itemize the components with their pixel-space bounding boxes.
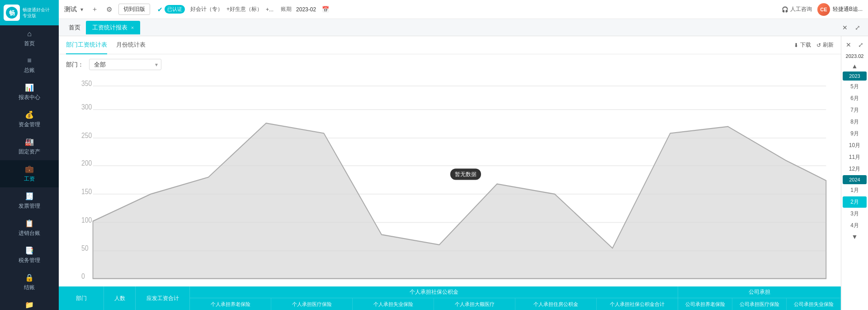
ledger-icon: ≡ xyxy=(27,57,31,65)
sidebar-item-label: 进销台账 xyxy=(19,229,40,237)
svg-text:350: 350 xyxy=(81,79,92,87)
sidebar-item-archive[interactable]: 📁 归档管理 xyxy=(0,296,59,310)
sidebar-item-reports[interactable]: 📊 报表中心 xyxy=(0,79,59,106)
department-select-wrap: 全部 ▾ xyxy=(89,59,161,70)
table-col-unemployment: 个人承担失业保险 xyxy=(353,298,434,310)
table-col-company-unemployment: 公司承担失业保险 xyxy=(787,298,840,310)
table-col-total-salary: 应发工资合计 xyxy=(136,286,190,310)
svg-text:100: 100 xyxy=(81,216,92,224)
sidebar-item-assets[interactable]: 🏭 固定资产 xyxy=(0,133,59,160)
project-name: 测试 xyxy=(64,5,77,14)
sidebar-logo: 畅 畅捷通好会计 专业版 xyxy=(0,0,59,25)
month-item-12[interactable]: 12月 xyxy=(843,163,867,175)
download-icon: ⬇ xyxy=(794,42,798,48)
topbar-actions: ＋ ⚙ xyxy=(89,4,115,15)
sub-tab-monthly[interactable]: 月份统计表 xyxy=(116,36,146,54)
window-close-btn[interactable]: ✕ xyxy=(840,23,850,33)
sidebar-item-close[interactable]: 🔒 结账 xyxy=(0,269,59,296)
table-col-department: 部门 xyxy=(59,286,104,310)
sidebar-item-salary[interactable]: 💼 工资 xyxy=(0,160,59,187)
date-nav-down-btn[interactable]: ▼ xyxy=(850,231,860,242)
table-col-medical: 个人承担医疗保险 xyxy=(271,298,353,310)
calendar-btn[interactable]: 📅 xyxy=(320,4,331,15)
period-value: 2023-02 xyxy=(296,6,316,13)
project-dropdown-btn[interactable]: ▾ xyxy=(80,6,83,13)
refresh-icon: ↺ xyxy=(816,42,821,48)
tab-home[interactable]: 首页 xyxy=(64,21,85,34)
month-item-11[interactable]: 11月 xyxy=(843,152,867,163)
svg-text:150: 150 xyxy=(81,187,92,196)
month-item-5[interactable]: 5月 xyxy=(843,81,867,92)
sub-tab-department[interactable]: 部门工资统计表 xyxy=(66,36,107,54)
sidebar-item-label: 资金管理 xyxy=(19,121,40,129)
sub-tabs-left: 部门工资统计表 月份统计表 xyxy=(66,36,146,54)
settings-btn[interactable]: ⚙ xyxy=(103,4,115,15)
department-label: 部门： xyxy=(66,61,84,69)
reports-icon: 📊 xyxy=(25,83,34,92)
download-btn[interactable]: ⬇ 下载 xyxy=(794,41,811,49)
month-item-3[interactable]: 3月 xyxy=(843,208,867,219)
tab-close-btn[interactable]: × xyxy=(131,25,134,30)
table-group-personal: 个人承担社保公积金 个人承担养老保险 个人承担医疗保险 个人承担失业保险 个人承… xyxy=(190,286,678,310)
month-item-2-active[interactable]: 2月 xyxy=(843,196,867,208)
switch-old-btn[interactable]: 切到旧版 xyxy=(118,4,150,15)
sidebar-item-invoice[interactable]: 🧾 发票管理 xyxy=(0,187,59,215)
refresh-btn[interactable]: ↺ 刷新 xyxy=(816,41,834,49)
window-expand-btn[interactable]: ⤢ xyxy=(853,23,863,33)
svg-text:300: 300 xyxy=(81,103,92,111)
table-col-headcount: 人数 xyxy=(104,286,136,310)
user-avatar: CE xyxy=(817,3,830,16)
sidebar-item-sales[interactable]: 📋 进销台账 xyxy=(0,215,59,242)
tab-salary[interactable]: 工资统计报表 × xyxy=(86,21,140,34)
sidebar-item-ledger[interactable]: ≡ 总账 xyxy=(0,52,59,79)
window-controls: ✕ ⤢ xyxy=(840,23,863,33)
sidebar-item-funds[interactable]: 💰 资金管理 xyxy=(0,106,59,133)
sidebar-item-label: 工资 xyxy=(24,175,35,183)
good-accounting-label: 好会计（专） xyxy=(190,5,223,13)
table-group-company-subs: 公司承担养老保险 公司承担医疗保险 公司承担失业保险 xyxy=(678,298,840,310)
table-group-personal-title: 个人承担社保公积金 xyxy=(190,286,678,298)
close-accounts-icon: 🔒 xyxy=(25,273,34,282)
add-btn[interactable]: ＋ xyxy=(89,4,100,15)
certified-badge: 已认证 xyxy=(165,5,185,14)
month-item-7[interactable]: 7月 xyxy=(843,105,867,116)
sidebar-item-home[interactable]: ⌂ 首页 xyxy=(0,25,59,52)
month-item-1[interactable]: 1月 xyxy=(843,185,867,196)
funds-icon: 💰 xyxy=(25,110,34,119)
sidebar-item-label: 固定资产 xyxy=(19,148,40,156)
sidebar-item-tax[interactable]: 📑 税务管理 xyxy=(0,242,59,269)
month-item-9[interactable]: 9月 xyxy=(843,128,867,139)
svg-text:畅: 畅 xyxy=(9,10,15,16)
sidebar-item-label: 总账 xyxy=(24,67,35,74)
chart-container: 0 50 100 150 200 250 300 350 xyxy=(59,75,841,286)
table-col-company-medical: 公司承担医疗保险 xyxy=(732,298,787,310)
svg-text:250: 250 xyxy=(81,131,92,139)
date-display: 2023.02 xyxy=(843,52,867,61)
sidebar: 畅 畅捷通好会计 专业版 ⌂ 首页 ≡ 总账 📊 报表中心 💰 资金管理 🏭 固… xyxy=(0,0,59,310)
help-icon: 🎧 xyxy=(782,6,788,13)
month-item-4[interactable]: 4月 xyxy=(843,220,867,231)
department-select[interactable]: 全部 xyxy=(89,59,161,70)
panel-close-btn[interactable]: ✕ xyxy=(844,40,854,50)
assets-icon: 🏭 xyxy=(25,138,34,146)
chart-svg: 0 50 100 150 200 250 300 350 xyxy=(81,79,832,282)
month-item-6[interactable]: 6月 xyxy=(843,93,867,104)
main-content: 测试 ▾ ＋ ⚙ 切到旧版 ✔ 已认证 好会计（专） +好生意（标） +... … xyxy=(59,0,868,310)
sidebar-item-label: 发票管理 xyxy=(19,202,40,210)
table-col-pension: 个人承担养老保险 xyxy=(190,298,271,310)
panel-expand-btn[interactable]: ⤢ xyxy=(856,40,866,50)
right-panel: ✕ ⤢ 2023.02 ▲ 2023 5月 6月 7月 8月 9月 10月 11… xyxy=(841,36,868,310)
filter-bar: 部门： 全部 ▾ xyxy=(59,54,841,75)
help-btn[interactable]: 🎧 人工咨询 xyxy=(782,5,812,13)
more-label: +... xyxy=(266,6,274,13)
month-item-8[interactable]: 8月 xyxy=(843,116,867,128)
svg-text:200: 200 xyxy=(81,159,92,167)
table-col-housing-fund: 个人承担住房公积金 xyxy=(515,298,597,310)
invoice-icon: 🧾 xyxy=(25,192,34,200)
sub-tabs-right: ⬇ 下载 ↺ 刷新 xyxy=(794,41,834,49)
user-menu[interactable]: CE 轻捷通B追... xyxy=(817,3,863,16)
right-panel-controls: ✕ ⤢ xyxy=(841,36,868,52)
month-list: 2023 5月 6月 7月 8月 9月 10月 11月 12月 2024 1月 … xyxy=(841,72,868,231)
month-item-10[interactable]: 10月 xyxy=(843,140,867,151)
date-nav-up-btn[interactable]: ▲ xyxy=(850,61,860,72)
